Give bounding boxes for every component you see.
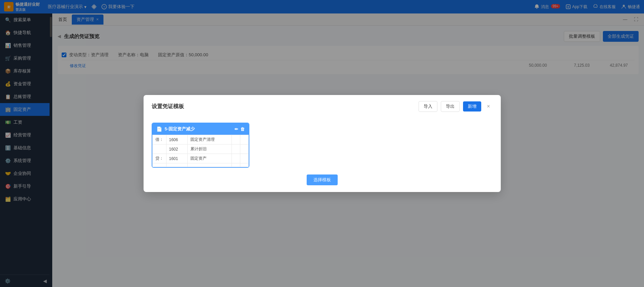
- account-name-2: 累计折旧: [188, 145, 232, 154]
- debit-label-1: 借：: [152, 135, 166, 145]
- modal-overlay: 设置凭证模板 导入 导出 新增 × 📄 5-: [52, 13, 644, 287]
- export-button[interactable]: 导出: [441, 101, 460, 112]
- modal-header: 设置凭证模板 导入 导出 新增 ×: [144, 95, 501, 116]
- modal-body: 📄 5-固定资产减少 ✏ 🗑: [144, 116, 501, 192]
- modal-header-actions: 导入 导出 新增 ×: [419, 101, 493, 112]
- template-card-actions: ✏ 🗑: [235, 127, 245, 132]
- template-table: 借： 1606 固定资产清理 1602: [152, 135, 249, 167]
- template-edit-icon[interactable]: ✏: [235, 127, 238, 132]
- import-button[interactable]: 导入: [419, 101, 437, 112]
- empty-3: [188, 163, 232, 167]
- col2-3: [240, 154, 248, 163]
- col1-1: [232, 135, 240, 145]
- empty-5: [240, 163, 248, 167]
- template-card-body: 借： 1606 固定资产清理 1602: [152, 135, 249, 167]
- col2-1: [240, 135, 248, 145]
- account-code-3: 1601: [166, 154, 188, 163]
- template-card: 📄 5-固定资产减少 ✏ 🗑: [152, 123, 249, 168]
- template-card-title: 5-固定资产减少: [165, 126, 232, 132]
- content-area: 首页 资产管理 ✕ — ⛶ ◀ 生成的凭证: [52, 13, 644, 287]
- modal-title: 设置凭证模板: [152, 103, 184, 110]
- template-row-1: 借： 1606 固定资产清理: [152, 135, 248, 145]
- template-row-2: 1602 累计折旧: [152, 145, 248, 154]
- template-row-3: 贷： 1601 固定资产: [152, 154, 248, 163]
- account-name-1: 固定资产清理: [188, 135, 232, 145]
- col1-3: [232, 154, 240, 163]
- modal-close-button[interactable]: ×: [485, 102, 493, 110]
- template-delete-icon[interactable]: 🗑: [240, 127, 245, 132]
- account-name-3: 固定资产: [188, 154, 232, 163]
- credit-label-3: 贷：: [152, 154, 166, 163]
- new-template-button[interactable]: 新增: [463, 101, 481, 111]
- indent-2: [152, 145, 166, 154]
- select-template-button[interactable]: 选择模板: [307, 174, 338, 185]
- empty-4: [232, 163, 240, 167]
- account-code-1: 1606: [166, 135, 188, 145]
- empty-2: [166, 163, 188, 167]
- template-card-header: 📄 5-固定资产减少 ✏ 🗑: [152, 123, 249, 135]
- template-row-4: [152, 163, 248, 167]
- col2-2: [240, 145, 248, 154]
- col1-2: [232, 145, 240, 154]
- modal-set-template: 设置凭证模板 导入 导出 新增 × 📄 5-: [144, 95, 501, 192]
- template-doc-icon: 📄: [156, 126, 162, 132]
- empty-1: [152, 163, 166, 167]
- account-code-2: 1602: [166, 145, 188, 154]
